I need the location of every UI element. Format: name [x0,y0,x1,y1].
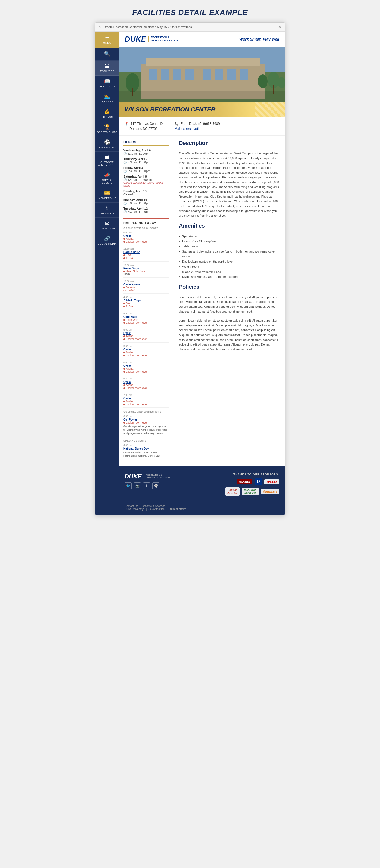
sidebar-item-facilities[interactable]: 🏛 FACILITIES [95,61,119,75]
sidebar-item-menu[interactable]: ☰ MENU [95,32,119,48]
hours-wednesday: Wednesday, April 6 🕐 5:30am-11:00pm [124,149,169,155]
sidebar-label-menu: MENU [103,41,111,44]
enzos-sponsor: enZosPizza Co. [225,488,240,496]
right-column: Description The Wilson Recreation Center… [173,136,285,466]
duke-logo: DUKE [125,35,146,43]
become-sponsor-link[interactable]: Become a Sponsor [142,504,165,507]
class-name-cycle-xpress[interactable]: Cycle Xpress [124,283,169,286]
duke-athletics-link[interactable]: Duke Athletics [147,507,165,510]
sidebar-item-membership[interactable]: 🎫 MEMBERSHIP [95,187,119,203]
sidebar-label-special-events: SPECIAL EVENTS [97,179,118,184]
class-name-cycle[interactable]: Cycle [124,234,169,237]
sidebar-item-special-events[interactable]: 📣 SPECIAL EVENTS [95,169,119,187]
location-dot [124,388,125,389]
sidebar-item-search[interactable]: 🔍 [95,48,119,61]
location-dot [124,257,125,259]
instagram-button[interactable]: 📷 [134,482,141,489]
amenity-item: 8 lane 25 yard swimming pool [179,270,279,275]
amenity-item: Diving well with 5,7 and 10 meter platfo… [179,274,279,279]
svg-rect-16 [273,85,274,94]
close-alert-button[interactable]: ✕ [278,25,281,29]
class-item-cycle-700: 7:00 pm Cycle Alisha Locker room level [124,394,169,408]
search-icon: 🔍 [104,51,110,57]
fitness-icon: 💪 [104,109,110,115]
menu-icon: ☰ [105,35,110,41]
class-name-core-blast[interactable]: Core Blast [124,315,169,318]
facilities-icon: 🏛 [105,63,110,69]
instructor-dot [124,336,125,337]
special-events-subsection: SPECIAL EVENTS 4:00 pm National Dance Da… [124,440,169,459]
sheetz-sponsor: SHEETZ [264,479,279,485]
class-item-cycle-630: 6:30 pm Cycle Alisha Locker room level [124,377,169,392]
intramurals-icon: ⚽ [104,139,110,145]
site-header: DUKE RECREATION & PHYSICAL EDUCATION Wor… [119,32,285,47]
svg-point-17 [258,74,268,88]
snapchat-button[interactable]: 👻 [152,482,159,489]
footer-links: Contact Us | Become a Sponsor Duke Unive… [125,502,279,510]
sponsor-logos-row2: enZosPizza Co. THE LOOPBar & Grill Quenc… [225,488,279,496]
happening-today-title: HAPPENING TODAY [124,221,169,224]
svg-rect-9 [203,69,211,80]
location-dot [124,355,125,356]
description-title: Description [179,140,279,148]
sidebar-label-membership: MEMBERSHIP [98,197,116,199]
clock-icon: 🕐 [124,169,127,173]
reservation-link[interactable]: Make a reservation [175,127,202,131]
academics-icon: 📖 [104,78,110,84]
class-name-cycle-500[interactable]: Cycle [124,332,169,335]
sidebar-item-intramurals[interactable]: ⚽ INTRAMURALS [95,136,119,152]
sidebar-item-social-media[interactable]: 🔗 SOCIAL MEDIA [95,233,119,248]
class-name-athletic-yoga[interactable]: Athletic Yoga [124,299,169,302]
alert-icon: ⚠ [99,25,101,29]
sidebar-item-contact-us[interactable]: ✉ CONTACT US [95,218,119,233]
courses-workshops-subsection: COURSES AND WORKSHOPS 6:00 pm Girl Power… [124,410,169,437]
location-dot [124,338,125,340]
sidebar-item-about-us[interactable]: ℹ ABOUT US [95,203,119,218]
browser-alert-bar: ⚠ Brodie Recreation Center will be close… [95,23,285,32]
student-affairs-link[interactable]: Student Affairs [169,507,186,510]
event-name-national-dance[interactable]: National Dance Day [124,447,169,450]
facebook-button[interactable]: f [143,482,150,489]
contact-us-link[interactable]: Contact Us [125,504,138,507]
clock-icon: 🕐 [124,178,127,181]
class-name-cardio-barre[interactable]: Cardio Barre [124,251,169,254]
instructor-dot [124,319,125,321]
sports-clubs-icon: 🏆 [104,124,110,130]
outdoor-icon: 🏔 [105,154,110,160]
phone-info: 📞 Front Desk: (919)613-7489 Make a reser… [175,121,219,131]
twitter-button[interactable]: 🐦 [125,482,132,489]
membership-icon: 🎫 [104,190,110,196]
location-dot [124,241,125,243]
hours-title: HOURS [124,140,169,146]
courses-workshops-heading: COURSES AND WORKSHOPS [124,410,169,413]
course-name-girl-power[interactable]: Girl Power [124,418,169,421]
footer-logo: DUKE RECREATION & PHYSICAL EDUCATION [125,473,170,480]
sidebar-item-fitness[interactable]: 💪 FITNESS [95,106,119,121]
class-name-cycle-530[interactable]: Cycle [124,348,169,351]
sidebar-item-outdoor-adventures[interactable]: 🏔 OUTDOOR ADVENTURES [95,152,119,169]
alert-message: Brodie Recreation Center will be closed … [104,25,276,29]
group-fitness-subsection: GROUP FITNESS CLASSES 6:00 am Cycle Alis… [124,227,169,408]
loop-sponsor: THE LOOPBar & Grill [242,488,259,495]
course-girl-power: 6:00 pm Girl Power Locker room level Get… [124,415,169,437]
footer-social: 🐦 📷 f 👻 [125,482,170,489]
class-item-cycle-530: 5:30 pm Cycle Alisha Locker room level [124,345,169,359]
sidebar-item-aquatics[interactable]: 🏊 AQUATICS [95,91,119,106]
class-name-cycle-630[interactable]: Cycle [124,380,169,383]
class-name-cycle-600pm[interactable]: Cycle [124,364,169,367]
class-item-power-yoga: 12:00 pm Power Yoga Sean Sub: David 125/… [124,264,169,278]
info-bar: 📍 117 Thomas Center Dr Durham, NC 27708 … [119,118,285,136]
location-icon: 📍 [125,122,129,126]
instructor-dot [124,254,125,256]
sidebar-item-academics[interactable]: 📖 ACADEMICS [95,75,119,91]
class-name-cycle-700[interactable]: Cycle [124,397,169,400]
instructor-dot [124,384,125,386]
hours-saturday: Saturday, April 9 🕐 12:00pm-10:00pm Clos… [124,175,169,187]
policies-body2: Lorem ipsum dolor sit amet, consectetur … [179,318,279,352]
sidebar-item-sports-clubs[interactable]: 🏆 SPORTS CLUBS [95,121,119,136]
policies-title: Policies [179,284,279,292]
class-name-power-yoga[interactable]: Power Yoga [124,267,169,270]
hours-monday: Monday, April 11 🕐 5:30am-11:00pm [124,198,169,205]
duke-university-link[interactable]: Duke University [125,507,144,510]
svg-rect-6 [161,69,169,80]
